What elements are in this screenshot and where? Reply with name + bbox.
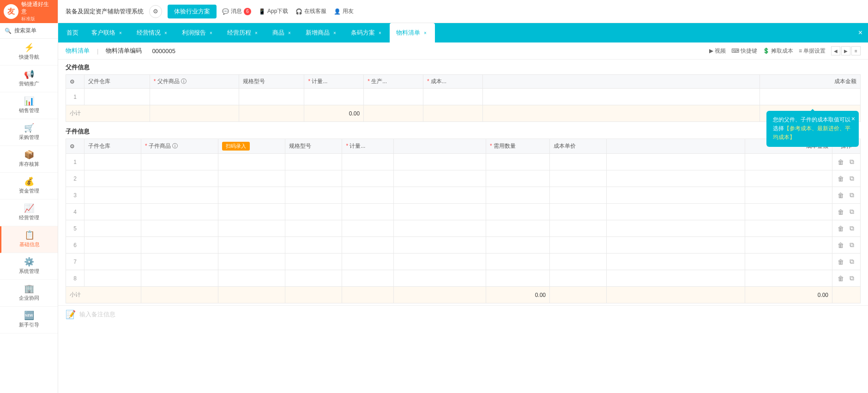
sidebar-item-marketing[interactable]: 📢 营销推广: [0, 66, 58, 92]
tab-home[interactable]: 首页: [60, 23, 85, 42]
tab-close-all[interactable]: ×: [855, 29, 866, 37]
delete-icon-5[interactable]: 🗑: [836, 224, 845, 233]
nav-next[interactable]: ▶: [841, 46, 850, 55]
tab-customers-close[interactable]: ×: [117, 30, 124, 36]
tooltip-close[interactable]: ×: [851, 114, 855, 124]
tab-profit[interactable]: 利润报告 ×: [175, 23, 221, 42]
child-cell-costprice-5[interactable]: [550, 220, 607, 237]
child-cell-unit-3[interactable]: [342, 187, 394, 204]
child-cell-reqqty-5[interactable]: [486, 220, 549, 237]
child-cell-goods-3[interactable]: [141, 187, 218, 204]
tab-operations[interactable]: 经营情况 ×: [130, 23, 175, 42]
child-cell-warehouse-6[interactable]: [84, 237, 141, 254]
child-cell-spec-2[interactable]: [285, 170, 342, 187]
child-cell-spec-7[interactable]: [285, 254, 342, 270]
sidebar-item-sales[interactable]: 📊 销售管理: [0, 92, 58, 119]
tab-new-goods[interactable]: 新增商品 ×: [299, 23, 344, 42]
child-cell-warehouse-4[interactable]: [84, 204, 141, 220]
child-cell-unit-6[interactable]: [342, 237, 394, 254]
child-col-scan[interactable]: 扫码录入: [218, 139, 285, 154]
delete-icon-4[interactable]: 🗑: [836, 207, 845, 217]
sidebar-item-quick-nav[interactable]: ⚡ 快捷导航: [0, 39, 58, 66]
delete-icon-2[interactable]: 🗑: [836, 174, 845, 183]
nav-list[interactable]: ≡: [851, 46, 861, 55]
child-cell-warehouse-3[interactable]: [84, 187, 141, 204]
sidebar-item-purchase[interactable]: 🛒 采购管理: [0, 119, 58, 146]
delete-icon-6[interactable]: 🗑: [836, 241, 845, 250]
child-cell-costprice-7[interactable]: [550, 254, 607, 270]
child-cell-scan-1[interactable]: [218, 154, 285, 170]
child-cell-unit-8[interactable]: [342, 270, 394, 287]
delete-icon-3[interactable]: 🗑: [836, 191, 845, 200]
child-cell-costprice-3[interactable]: [550, 187, 607, 204]
online-service-item[interactable]: 🎧 在线客服: [295, 7, 326, 15]
copy-icon-8[interactable]: ⧉: [847, 274, 856, 283]
nav-prev[interactable]: ◀: [831, 46, 840, 55]
child-cell-warehouse-7[interactable]: [84, 254, 141, 270]
child-cell-goods-4[interactable]: [141, 204, 218, 220]
copy-icon-4[interactable]: ⧉: [847, 207, 856, 217]
tab-profit-close[interactable]: ×: [208, 30, 214, 36]
child-cell-spec-4[interactable]: [285, 204, 342, 220]
child-cell-unit-4[interactable]: [342, 204, 394, 220]
copy-icon-1[interactable]: ⧉: [847, 157, 856, 167]
child-col-settings[interactable]: ⚙: [66, 139, 84, 154]
sidebar-item-guide[interactable]: 🆕 新手引导: [0, 307, 58, 333]
user-item[interactable]: 👤 用友: [334, 7, 354, 15]
child-cell-goods-2[interactable]: [141, 170, 218, 187]
child-cell-goods-7[interactable]: [141, 254, 218, 270]
child-cell-unit-2[interactable]: [342, 170, 394, 187]
child-cell-scan-6[interactable]: [218, 237, 285, 254]
child-cell-scan-2[interactable]: [218, 170, 285, 187]
child-cell-unit-5[interactable]: [342, 220, 394, 237]
copy-icon-6[interactable]: ⧉: [847, 241, 856, 250]
child-cell-reqqty-2[interactable]: [486, 170, 549, 187]
child-cell-reqqty-4[interactable]: [486, 204, 549, 220]
child-cell-unit-1[interactable]: [342, 154, 394, 170]
trial-button[interactable]: 体验行业方案: [168, 5, 217, 18]
single-setting-action[interactable]: ≡ 单据设置: [799, 47, 826, 55]
tab-barcode-close[interactable]: ×: [377, 30, 383, 36]
parent-cell-goods-1[interactable]: [150, 89, 239, 105]
shortcut-action[interactable]: ⌨ 快捷键: [731, 47, 757, 55]
child-cell-spec-8[interactable]: [285, 270, 342, 287]
copy-icon-2[interactable]: ⧉: [847, 174, 856, 183]
parent-cell-produce-1[interactable]: [364, 89, 423, 105]
child-cell-reqqty-6[interactable]: [486, 237, 549, 254]
child-cell-warehouse-2[interactable]: [84, 170, 141, 187]
delete-icon-8[interactable]: 🗑: [836, 274, 845, 283]
scan-button[interactable]: 扫码录入: [222, 142, 250, 151]
view-action[interactable]: ▶ 视频: [709, 47, 726, 55]
tab-goods[interactable]: 商品 ×: [266, 23, 299, 42]
parent-col-settings[interactable]: ⚙: [66, 75, 84, 89]
child-cell-warehouse-8[interactable]: [84, 270, 141, 287]
child-cell-costprice-2[interactable]: [550, 170, 607, 187]
child-cell-reqqty-1[interactable]: [486, 154, 549, 170]
child-cell-warehouse-1[interactable]: [84, 154, 141, 170]
child-cell-goods-5[interactable]: [141, 220, 218, 237]
child-cell-unit-7[interactable]: [342, 254, 394, 270]
tab-history[interactable]: 经营历程 ×: [221, 23, 266, 42]
child-cell-spec-1[interactable]: [285, 154, 342, 170]
sidebar-item-operation[interactable]: 📈 经营管理: [0, 200, 58, 226]
sidebar-item-basic[interactable]: 📋 基础信息: [0, 226, 58, 253]
child-cell-reqqty-3[interactable]: [486, 187, 549, 204]
child-cell-scan-5[interactable]: [218, 220, 285, 237]
child-cell-costprice-8[interactable]: [550, 270, 607, 287]
tab-operations-close[interactable]: ×: [163, 30, 169, 36]
delete-icon-1[interactable]: 🗑: [836, 157, 845, 167]
child-cell-scan-4[interactable]: [218, 204, 285, 220]
parent-cell-warehouse-1[interactable]: [84, 89, 150, 105]
child-cell-costprice-6[interactable]: [550, 237, 607, 254]
tab-barcode[interactable]: 条码方案 ×: [344, 23, 390, 42]
sidebar-search[interactable]: 🔍 搜索菜单: [0, 23, 58, 39]
cost-action[interactable]: 💲 摊取成本: [763, 47, 793, 55]
tab-new-goods-close[interactable]: ×: [332, 30, 338, 36]
child-cell-reqqty-8[interactable]: [486, 270, 549, 287]
child-cell-scan-7[interactable]: [218, 254, 285, 270]
copy-icon-5[interactable]: ⧉: [847, 224, 856, 233]
sidebar-item-inventory[interactable]: 📦 库存核算: [0, 146, 58, 173]
sidebar-item-finance[interactable]: 💰 资金管理: [0, 173, 58, 200]
tab-customers[interactable]: 客户联络 ×: [85, 23, 130, 42]
child-cell-goods-1[interactable]: [141, 154, 218, 170]
